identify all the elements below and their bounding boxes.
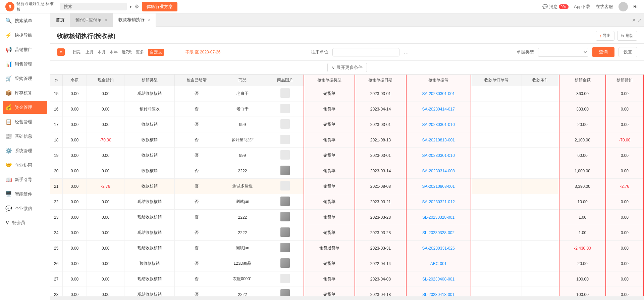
table-row-bill-date: 2023-03-14	[355, 163, 406, 179]
table-row-type: 收款核销	[124, 117, 174, 132]
app-download-link[interactable]: App下载	[574, 4, 590, 10]
sidebar-item-system[interactable]: ⚙️系统管理	[0, 143, 50, 158]
table-row-bill-no[interactable]: SL-20230418-001	[406, 287, 471, 296]
table-row-amount: 100.00	[559, 271, 605, 287]
table-row-bill-no[interactable]: SA-20230414-017	[406, 101, 471, 117]
table-row-discount: 0.00	[606, 241, 644, 256]
table-row-amount: 3,390.00	[559, 179, 605, 194]
table-row-type: 收款核销	[124, 132, 174, 148]
message-badge: 99+	[559, 4, 569, 9]
settings-button[interactable]: 设置	[619, 47, 637, 57]
tab-maximize-icon[interactable]: ⤢	[637, 17, 641, 23]
collapse-button[interactable]: «	[57, 48, 65, 56]
table-row-bill-no[interactable]: SA-20210813-001	[406, 132, 471, 148]
sidebar-item-hardware[interactable]: 🖥️智能硬件	[0, 187, 50, 201]
lightning-icon: ⚡	[5, 32, 12, 38]
sidebar-item-operation[interactable]: 📋经营管理	[0, 115, 50, 129]
col-settings[interactable]: ⚙	[50, 75, 62, 86]
date-more[interactable]: 更多	[136, 49, 144, 55]
date-label: 日期	[73, 49, 82, 55]
table-row-bill-no[interactable]: SA-20210808-001	[406, 179, 471, 194]
date-this-year[interactable]: 本年	[110, 49, 118, 55]
avatar	[619, 2, 628, 11]
table-row-bill-no[interactable]: ABC-001	[406, 256, 471, 271]
sidebar-item-search[interactable]: 🔍搜索菜单	[0, 13, 50, 28]
sidebar-item-marketing[interactable]: 📢营销推广	[0, 42, 50, 57]
table-row-bill-no[interactable]: SL-20230328-001	[406, 210, 471, 225]
sidebar-item-member[interactable]: V畅会员	[0, 216, 50, 230]
table-row-bill-type: 销货单	[304, 117, 355, 132]
table-row-recv-order	[471, 101, 522, 117]
table-row-type: 现结收款核销	[124, 86, 174, 101]
date-last-month[interactable]: 上月	[86, 49, 94, 55]
table-row-bill-no[interactable]: SL-20230328-002	[406, 225, 471, 241]
table-row-bill-no[interactable]: SL-20230408-001	[406, 271, 471, 287]
table-row-balance: 0.00	[62, 287, 87, 296]
online-service-link[interactable]: 在线客服	[596, 4, 613, 10]
table-row-bill-no[interactable]: SA-20230321-012	[406, 194, 471, 210]
date-7days[interactable]: 近7天	[122, 49, 132, 55]
query-button[interactable]: 查询	[592, 47, 614, 57]
counterpart-input[interactable]	[332, 48, 399, 56]
sidebar-item-inventory[interactable]: 📦库存核算	[0, 86, 50, 100]
refresh-button[interactable]: ↻ 刷新	[617, 31, 637, 41]
tab-close-advance[interactable]: ×	[105, 18, 107, 23]
handshake-icon: 🤝	[5, 162, 12, 168]
tab-close-all-icon[interactable]: ✕	[632, 17, 636, 23]
sidebar-item-basic-info[interactable]: 📰基础信息	[0, 129, 50, 143]
table-row-bill-no[interactable]: SA-20230301-001	[406, 86, 471, 101]
sidebar-item-sales[interactable]: 📊销售管理	[0, 57, 50, 71]
table-row-goods: 2222	[219, 210, 266, 225]
table-row-img	[266, 132, 304, 148]
date-custom[interactable]: 自定义	[148, 49, 164, 56]
sidebar-item-quicknav[interactable]: ⚡快捷导航	[0, 28, 50, 42]
sidebar-item-guide[interactable]: 📖新手引导	[0, 172, 50, 187]
counterpart-dots[interactable]: ...	[404, 50, 409, 55]
table-row-recv-order	[471, 86, 522, 101]
dropdown-button[interactable]: ▾	[129, 4, 132, 9]
search-input[interactable]	[60, 3, 127, 10]
table-row-recv-cond	[522, 256, 559, 271]
trial-button[interactable]: 体验行业方案	[142, 2, 177, 11]
bill-type-select[interactable]	[538, 48, 588, 57]
export-button[interactable]: ↑ 导出	[596, 31, 614, 41]
table-row-type: 预付冲应收	[124, 101, 174, 117]
sidebar-item-finance[interactable]: 💰资金管理	[3, 101, 47, 114]
table-row-recv-order	[471, 132, 522, 148]
date-this-month[interactable]: 本月	[98, 49, 106, 55]
table-wrapper[interactable]: ⚙ 余额 现金折扣 核销类型 包含已结清 商品 商品图片 核销单据类型 核销单据…	[50, 75, 644, 296]
table-row-amount: 10.00	[559, 194, 605, 210]
table-row-num: 28	[50, 287, 62, 296]
page-title: 收款核销执行(按收款)	[57, 32, 115, 40]
table-row-amount: 20.00	[559, 117, 605, 132]
tab-advance-payment[interactable]: 预付冲应付单 ×	[70, 13, 113, 27]
table-row-num: 18	[50, 132, 62, 148]
table-row-bill-no[interactable]: SA-20230314-008	[406, 163, 471, 179]
tab-home[interactable]: 首页	[50, 13, 70, 27]
horizontal-scrollbar[interactable]	[50, 296, 644, 300]
table-row-bill-no[interactable]: SA-20230331-026	[406, 241, 471, 256]
table-row-num: 20	[50, 163, 62, 179]
expand-conditions-button[interactable]: ∨ 展开更多条件	[327, 63, 367, 72]
sidebar-item-collab[interactable]: 🤝企业协同	[0, 158, 50, 172]
message-icon[interactable]: 💬 消息 99+	[542, 4, 569, 10]
wechat-icon: 💬	[5, 205, 12, 212]
tab-close-receipt[interactable]: ×	[148, 17, 150, 22]
table-row-amount: 1.00	[559, 225, 605, 241]
table-row-bill-no[interactable]: SA-20230301-010	[406, 148, 471, 163]
table-row-balance: 0.00	[62, 86, 87, 101]
table-row-recv-cond	[522, 179, 559, 194]
table-row-balance: 0.00	[62, 225, 87, 241]
table-row-num: 22	[50, 194, 62, 210]
sidebar-item-wechat[interactable]: 💬企业微信	[0, 201, 50, 216]
gear-icon[interactable]: ⚙	[135, 3, 139, 10]
table-row-included: 否	[175, 225, 219, 241]
table-row-balance: 0.00	[62, 117, 87, 132]
sidebar-item-purchase[interactable]: 🛒采购管理	[0, 71, 50, 86]
table-row-bill-no[interactable]: SA-20230301-010	[406, 117, 471, 132]
col-goods-img: 商品图片	[266, 75, 304, 86]
table-row-type: 现结收款核销	[124, 225, 174, 241]
table-row-bill-date: 2023-03-31	[355, 241, 406, 256]
table-row-img	[266, 179, 304, 194]
tab-receipt-verify[interactable]: 收款核销执行 ×	[113, 13, 156, 27]
